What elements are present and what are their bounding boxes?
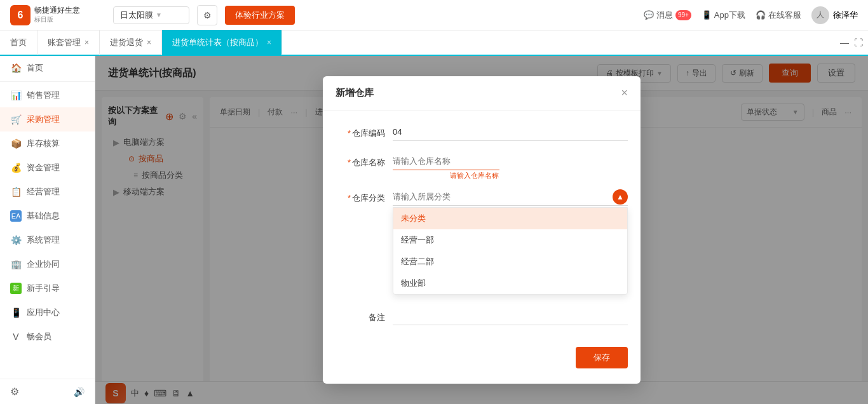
- warehouse-code-input[interactable]: [393, 123, 628, 141]
- tab-account-label: 账套管理: [48, 37, 81, 48]
- audio-icon[interactable]: 🔊: [74, 387, 85, 397]
- message-button[interactable]: 💬 消息 99+: [644, 10, 691, 21]
- save-button[interactable]: 保存: [576, 347, 628, 368]
- trial-button[interactable]: 体验行业方案: [225, 6, 295, 25]
- modal-overlay: 新增仓库 × 仓库编码 仓库名称 请输入仓库名称: [95, 56, 868, 404]
- sidebar-item-vip[interactable]: V 畅会员: [0, 325, 95, 349]
- store-name: 日太阳膜: [120, 10, 153, 21]
- user-area[interactable]: 人 徐泽华: [811, 6, 858, 24]
- sidebar-item-purchase[interactable]: 🛒 采购管理: [0, 107, 95, 131]
- app-logo: 6: [10, 5, 31, 25]
- message-label: 消息: [656, 10, 673, 21]
- logo-area: 6 畅捷通好生意 标目版: [10, 5, 105, 25]
- code-label: 仓库编码: [336, 123, 393, 139]
- tab-purchase-return[interactable]: 进货退货 ×: [100, 30, 162, 55]
- user-avatar: 人: [811, 6, 829, 24]
- headset-icon: 🎧: [756, 10, 766, 20]
- sidebar-item-enterprise[interactable]: 🏢 企业协同: [0, 252, 95, 276]
- home-icon: 🏠: [10, 62, 22, 74]
- name-input-wrap: 请输入仓库名称: [393, 152, 628, 170]
- sidebar-label-purchase: 采购管理: [27, 114, 60, 125]
- phone-icon: 📱: [10, 307, 22, 318]
- sidebar-item-basicinfo[interactable]: EA 基础信息: [0, 204, 95, 228]
- category-select-wrap: ▲ 未分类 经营一部 经营二部 物业部: [393, 188, 628, 206]
- chevron-up-icon[interactable]: ▲: [613, 189, 628, 205]
- info-icon: EA: [10, 210, 22, 222]
- tab-purchase-return-label: 进货退货: [110, 37, 143, 48]
- sidebar-label-vip: 畅会员: [27, 331, 51, 342]
- sidebar-item-appcenter[interactable]: 📱 应用中心: [0, 300, 95, 325]
- sidebar-label-enterprise: 企业协同: [27, 259, 60, 270]
- sidebar-label-home: 首页: [27, 62, 43, 74]
- system-icon: ⚙️: [10, 234, 22, 246]
- app-download-button[interactable]: 📱 App下载: [702, 10, 745, 21]
- gear-button[interactable]: ⚙: [197, 5, 217, 25]
- username: 徐泽华: [833, 10, 858, 21]
- message-icon: 💬: [644, 10, 654, 20]
- tab-bar: 首页 账套管理 × 进货退货 × 进货单统计表（按商品） × — ⛶: [0, 30, 868, 56]
- sidebar-item-operations[interactable]: 📋 经营管理: [0, 180, 95, 204]
- sidebar-item-system[interactable]: ⚙️ 系统管理: [0, 228, 95, 252]
- sidebar-item-sales[interactable]: 📊 销售管理: [0, 83, 95, 107]
- warehouse-name-row: 仓库名称 请输入仓库名称: [336, 152, 628, 170]
- sidebar-label-finance: 资金管理: [27, 162, 60, 173]
- sidebar-item-inventory[interactable]: 📦 库存核算: [0, 131, 95, 156]
- sidebar-label-sales: 销售管理: [27, 90, 60, 101]
- main-layout: 🏠 首页 📊 销售管理 🛒 采购管理 📦 库存核算 💰 资金管理 📋 经营管理 …: [0, 56, 868, 404]
- sidebar-item-finance[interactable]: 💰 资金管理: [0, 156, 95, 180]
- sidebar-label-guide: 新手引导: [27, 283, 60, 294]
- header-right: 💬 消息 99+ 📱 App下载 🎧 在线客服 人 徐泽华: [644, 6, 858, 24]
- phone-icon: 📱: [702, 10, 712, 20]
- message-badge: 99+: [675, 10, 691, 20]
- cart-icon: 🛒: [10, 114, 22, 125]
- dropdown-item-dept3[interactable]: 物业部: [393, 273, 627, 294]
- sidebar-divider: [0, 81, 95, 82]
- modal-title: 新增仓库: [336, 87, 374, 99]
- tab-home[interactable]: 首页: [0, 30, 37, 55]
- chevron-down-icon: ▼: [156, 11, 162, 18]
- dropdown-item-dept1[interactable]: 经营一部: [393, 229, 627, 251]
- sidebar-label-basicinfo: 基础信息: [27, 210, 60, 222]
- tab-home-label: 首页: [10, 37, 27, 48]
- name-label: 仓库名称: [336, 152, 393, 168]
- sidebar-item-home[interactable]: 🏠 首页: [0, 56, 95, 80]
- tab-purchase-stat[interactable]: 进货单统计表（按商品） ×: [162, 30, 282, 55]
- modal-header: 新增仓库 ×: [323, 76, 641, 111]
- sidebar-label-operations: 经营管理: [27, 186, 60, 198]
- tab-purchase-stat-label: 进货单统计表（按商品）: [172, 37, 263, 48]
- new-icon: 新: [10, 283, 22, 294]
- warehouse-code-row: 仓库编码: [336, 123, 628, 141]
- content-area: 进货单统计(按商品) 🖨 按模板打印 ▼ ↑ 导出 ↺ 刷新 查询 设置: [95, 56, 868, 404]
- add-warehouse-modal: 新增仓库 × 仓库编码 仓库名称 请输入仓库名称: [323, 76, 641, 384]
- warehouse-name-input[interactable]: [393, 152, 499, 170]
- tab-account[interactable]: 账套管理 ×: [37, 30, 100, 55]
- modal-close-button[interactable]: ×: [621, 86, 628, 100]
- expand-icon[interactable]: ⛶: [854, 37, 863, 48]
- sidebar-item-guide[interactable]: 新 新手引导: [0, 276, 95, 300]
- category-input[interactable]: [393, 188, 628, 206]
- category-dropdown: 未分类 经营一部 经营二部 物业部: [393, 207, 628, 295]
- sidebar-bottom: ⚙ 🔊: [0, 379, 95, 404]
- online-service-label: 在线客服: [768, 10, 801, 21]
- tab-close-icon[interactable]: ×: [267, 38, 271, 47]
- online-service-button[interactable]: 🎧 在线客服: [756, 10, 801, 21]
- app-download-label: App下载: [714, 10, 745, 21]
- dropdown-item-dept2[interactable]: 经营二部: [393, 251, 627, 273]
- brand-sub: 标目版: [34, 15, 80, 24]
- clipboard-icon: 📋: [10, 186, 22, 198]
- minimize-icon[interactable]: —: [840, 37, 849, 48]
- top-header: 6 畅捷通好生意 标目版 日太阳膜 ▼ ⚙ 体验行业方案 💬 消息 99+ 📱 …: [0, 0, 868, 30]
- warehouse-note-row: 备注: [336, 307, 628, 325]
- brand-name: 畅捷通好生意: [34, 6, 80, 16]
- store-selector[interactable]: 日太阳膜 ▼: [113, 6, 189, 24]
- tab-close-icon[interactable]: ×: [147, 38, 151, 47]
- tab-close-icon[interactable]: ×: [85, 38, 89, 47]
- settings-icon[interactable]: ⚙: [10, 386, 19, 398]
- dropdown-item-unclassified[interactable]: 未分类: [393, 208, 627, 229]
- sidebar-label-appcenter: 应用中心: [27, 307, 60, 318]
- warehouse-note-input[interactable]: [393, 307, 628, 325]
- note-label: 备注: [336, 307, 393, 323]
- sidebar-label-system: 系统管理: [27, 234, 60, 246]
- chart-icon: 📊: [10, 90, 22, 101]
- box-icon: 📦: [10, 138, 22, 149]
